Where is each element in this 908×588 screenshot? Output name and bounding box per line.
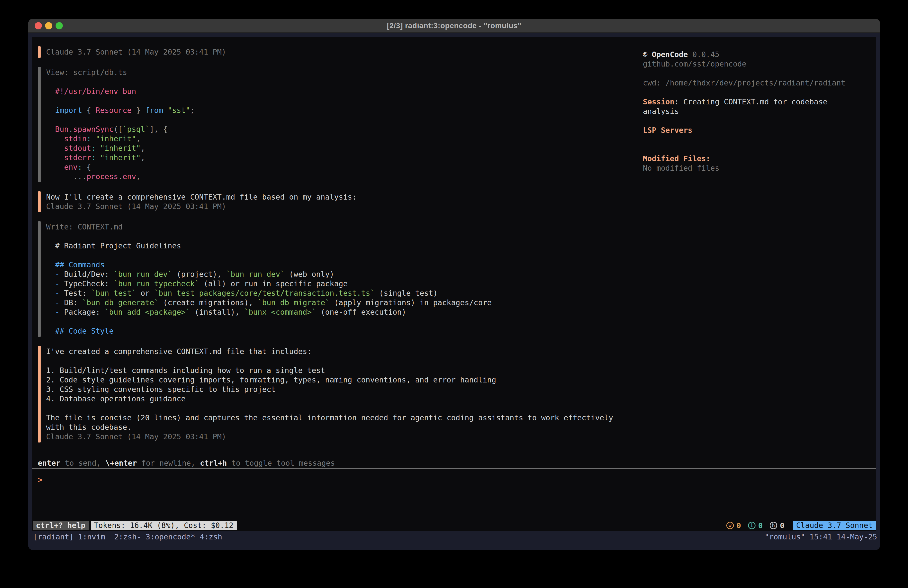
chat-line [46, 115, 631, 124]
text-segment: I've created a comprehensive CONTEXT.md … [46, 347, 312, 356]
text-segment: (web only) [285, 270, 334, 279]
text-segment: , [136, 172, 140, 181]
text-segment: env [122, 172, 136, 181]
sidebar-line: analysis [643, 106, 874, 116]
hint-line: enter to send, \+enter for newline, ctrl… [38, 458, 335, 468]
circled-h-icon: h [770, 522, 777, 529]
text-segment: `bun test` [91, 289, 136, 298]
block-lines: I've created a comprehensive CONTEXT.md … [38, 347, 631, 441]
tokens-cost-chip: Tokens: 16.4K (8%), Cost: $0.12 [91, 521, 237, 530]
text-segment: LSP Servers [643, 126, 692, 135]
block-lines: Claude 3.7 Sonnet (14 May 2025 03:41 PM) [38, 47, 631, 57]
text-segment: : Creating CONTEXT.md for codebase [674, 97, 827, 106]
text-segment: Resource [96, 106, 132, 114]
block-lines: Now I'll create a comprehensive CONTEXT.… [38, 192, 631, 211]
text-segment: , [140, 144, 145, 153]
text-segment: Claude 3.7 Sonnet (14 May 2025 03:41 PM) [46, 48, 226, 56]
text-segment: - [46, 270, 60, 279]
text-segment: `psql` [122, 125, 150, 134]
text-segment: stdout [46, 144, 91, 153]
chat-line [46, 96, 631, 106]
text-segment: to toggle tool messages [227, 459, 335, 467]
chat-line: stdout: "inherit", [46, 143, 631, 153]
text-segment: © OpenCode [643, 50, 688, 59]
block-lines: Write: CONTEXT.md # Radiant Project Guid… [38, 222, 631, 336]
text-segment: with this codebase. [46, 423, 132, 432]
text-segment: 1. Build/lint/test commands including ho… [46, 366, 325, 375]
text-segment: - [46, 308, 60, 316]
help-chip[interactable]: ctrl+? help [33, 521, 89, 530]
text-segment: . [118, 172, 122, 181]
chat-line: - DB: `bun db generate` (create migratio… [46, 298, 631, 308]
chat-line: ## Commands [46, 260, 631, 270]
text-segment: { [82, 106, 96, 114]
text-segment: `bun db generate` [82, 298, 159, 307]
text-segment: cwd: /home/thdxr/dev/projects/radiant/ra… [643, 79, 845, 87]
chat-line: - Package: `bun add <package>` (install)… [46, 308, 631, 317]
sidebar-line [643, 69, 874, 78]
block-lines: View: script/db.ts #!/usr/bin/env bun im… [38, 68, 631, 181]
prompt-caret: > [38, 475, 42, 484]
text-segment: - [46, 279, 60, 288]
text-segment: The file is concise (20 lines) and captu… [46, 413, 613, 422]
text-segment: for newline, [137, 459, 200, 467]
chat-line: - Test: `bun test` or `bun test packages… [46, 288, 631, 298]
chat-block: I've created a comprehensive CONTEXT.md … [38, 347, 631, 441]
sidebar-line: github.com/sst/opencode [643, 59, 874, 69]
model-badge[interactable]: Claude 3.7 Sonnet [793, 521, 876, 530]
chat-line: ## Code Style [46, 326, 631, 336]
text-segment: (all) or run in specific package [199, 279, 348, 288]
chat-line: - TypeCheck: `bun run typecheck` (all) o… [46, 279, 631, 288]
text-segment: `bun test packages/core/test/transaction… [154, 289, 375, 298]
text-segment: Package: [60, 308, 105, 316]
chat-line: Claude 3.7 Sonnet (14 May 2025 03:41 PM) [46, 432, 631, 441]
chat-line: ...process.env, [46, 172, 631, 181]
session-sidebar: © OpenCode 0.0.45github.com/sst/opencode… [643, 50, 874, 173]
text-segment: , [136, 134, 140, 143]
minimize-button[interactable] [45, 22, 52, 29]
text-segment: Session [643, 97, 674, 106]
sidebar-line: Session: Creating CONTEXT.md for codebas… [643, 97, 874, 106]
circled-w-icon: w [726, 522, 734, 529]
h-diagnostic-badge: h0 [770, 521, 784, 530]
sidebar-line: © OpenCode 0.0.45 [643, 50, 874, 59]
maximize-button[interactable] [56, 22, 63, 29]
text-segment: } [132, 106, 145, 114]
text-segment: Test: [60, 289, 91, 298]
text-segment: (one-off execution) [316, 308, 406, 316]
text-segment: (single test) [375, 289, 438, 298]
text-segment: # Radiant Project Guidelines [46, 242, 181, 250]
diagnostic-count: 0 [737, 521, 741, 530]
chat-line: env: { [46, 163, 631, 172]
opencode-tui: Claude 3.7 Sonnet (14 May 2025 03:41 PM)… [32, 37, 876, 531]
chat-line: Claude 3.7 Sonnet (14 May 2025 03:41 PM) [46, 47, 631, 57]
text-segment: - [46, 289, 60, 298]
terminal-window: [2/3] radiant:3:opencode - "romulus" Cla… [28, 19, 880, 550]
text-segment: spawnSync [73, 125, 114, 134]
text-segment: #!/usr/bin/env bun [46, 87, 136, 96]
text-segment: : [87, 134, 91, 143]
text-segment: View: script/db.ts [46, 68, 127, 77]
text-segment: `bun run dev` [226, 270, 285, 279]
text-segment: stdin [46, 134, 87, 143]
sidebar-line [643, 88, 874, 97]
tmux-window-list[interactable]: [radiant] 1:nvim 2:zsh- 3:opencode* 4:zs… [33, 531, 222, 543]
text-segment: TypeCheck: [60, 279, 114, 288]
text-segment: Bun [46, 125, 69, 134]
text-segment: Write: CONTEXT.md [46, 222, 122, 231]
sidebar-line: Modified Files: [643, 154, 874, 163]
block-accent-bar [38, 221, 40, 337]
text-segment: : [77, 163, 82, 171]
prompt-input[interactable]: > [38, 475, 870, 485]
diagnostic-count: 0 [780, 521, 784, 530]
text-segment: "sst" [168, 106, 190, 114]
text-segment: . [69, 125, 73, 134]
sidebar-line: LSP Servers [643, 126, 874, 135]
text-segment: enter [38, 459, 60, 467]
text-segment: ... [46, 172, 87, 181]
window-titlebar: [2/3] radiant:3:opencode - "romulus" [28, 19, 880, 33]
text-segment: Claude 3.7 Sonnet (14 May 2025 03:41 PM) [46, 202, 226, 211]
chat-line [46, 404, 631, 413]
close-button[interactable] [35, 22, 42, 29]
chat-transcript: Claude 3.7 Sonnet (14 May 2025 03:41 PM)… [38, 47, 631, 441]
